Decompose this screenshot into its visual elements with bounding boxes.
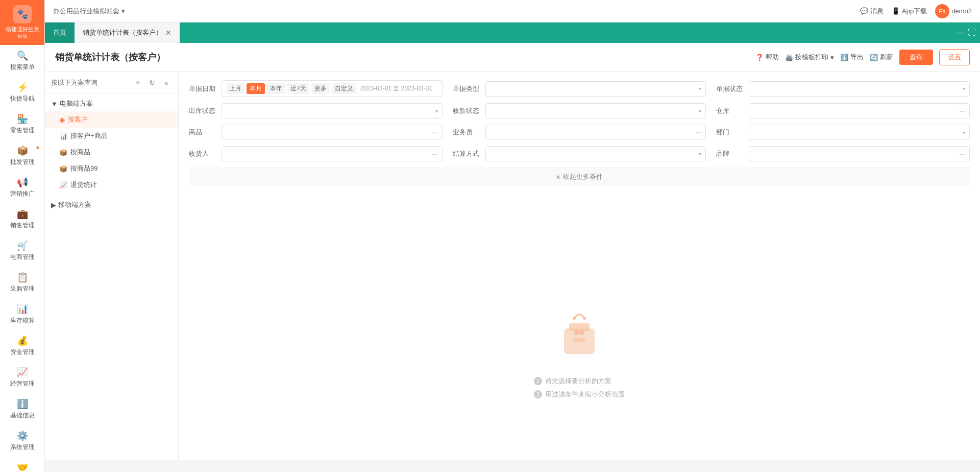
empty-tip-1: 1 请先选择要分析的方案 <box>534 374 625 388</box>
dept-label: 部门 <box>716 128 745 137</box>
app-download-btn[interactable]: 📱 App下载 <box>892 7 927 16</box>
sidebar: 🐾 畅捷通好生意 标版 🔍 搜索菜单 ⚡ 快捷导航 🏪 零售管理 📦 批发管理 … <box>0 0 45 472</box>
sidebar-item-purchase[interactable]: 📋 采购管理 <box>0 267 44 298</box>
scheme-add-btn[interactable]: ＋ <box>132 77 143 88</box>
user-info[interactable]: Ea demo2 <box>935 4 972 18</box>
tab-minimize-icon[interactable]: — <box>955 28 964 37</box>
print-arrow-icon: ▾ <box>830 54 834 61</box>
header-right: 💬 消息 📱 App下载 Ea demo2 <box>860 4 972 18</box>
sidebar-item-wholesale[interactable]: 📦 批发管理 ▲ <box>0 140 44 172</box>
scheme-item-by-customer[interactable]: ◉ 按客户 <box>45 111 178 128</box>
app-logo: 🐾 畅捷通好生意 标版 <box>0 0 45 45</box>
brand-dots: ··· <box>959 150 965 158</box>
scheme-item-by-goods-99[interactable]: 📦 按商品99 <box>45 160 178 177</box>
sidebar-search[interactable]: 🔍 搜索菜单 <box>0 45 44 77</box>
logo-icon: 🐾 <box>13 5 32 23</box>
order-status-label: 单据状态 <box>716 84 745 93</box>
home-tab-label: 首页 <box>53 28 66 37</box>
settle-control[interactable]: ▾ <box>485 146 706 161</box>
scheme-desktop-header[interactable]: ▼ 电脑端方案 <box>45 96 178 111</box>
wholesale-label: 批发管理 <box>10 158 35 167</box>
refresh-icon: 🔄 <box>870 54 878 61</box>
scheme-mobile-header[interactable]: ▶ 移动端方案 <box>45 197 178 213</box>
sidebar-item-corp[interactable]: 🤝 企业协同 <box>0 457 44 472</box>
tip-num-1: 1 <box>534 377 542 385</box>
by-goods-99-label: 按商品99 <box>70 164 97 173</box>
content-wrapper: 按以下方案查询 ＋ ↻ « ▼ 电脑端方案 <box>45 72 980 460</box>
filter-row-1: 单据日期 上月 本月 本年 近7天 更多 自定义 2023-03-01 至 20… <box>189 80 970 97</box>
finance-icon: 💰 <box>17 335 28 346</box>
order-status-control[interactable]: ▾ <box>749 81 970 97</box>
filter-dept-row: 部门 ▾ <box>716 125 970 140</box>
sidebar-item-finance[interactable]: 💰 资金管理 <box>0 330 44 362</box>
sidebar-item-ops[interactable]: 📈 经营管理 <box>0 362 44 393</box>
filter-date-row: 单据日期 上月 本月 本年 近7天 更多 自定义 2023-03-01 至 20… <box>189 80 443 97</box>
by-goods-icon: 📦 <box>59 149 67 156</box>
refresh-btn[interactable]: 🔄 刷新 <box>870 53 893 62</box>
tab-maximize-icon[interactable]: ⛶ <box>968 28 976 37</box>
sidebar-item-retail[interactable]: 🏪 零售管理 <box>0 108 44 140</box>
sales-stat-tab-label: 销货单统计计表（按客户） <box>83 28 162 37</box>
sidebar-item-ecom[interactable]: 🛒 电商管理 <box>0 235 44 267</box>
scheme-item-return-stat[interactable]: 📈 退货统计 <box>45 177 178 193</box>
dept-control[interactable]: ▾ <box>749 125 970 140</box>
settle-inner: ▾ <box>490 151 702 157</box>
scheme-item-by-goods[interactable]: 📦 按商品 <box>45 144 178 160</box>
collapse-btn[interactable]: ∧ 收起更多条件 <box>189 168 970 185</box>
date-more[interactable]: 更多 <box>311 83 330 94</box>
date-this-year[interactable]: 本年 <box>267 83 285 94</box>
svg-point-5 <box>573 317 576 320</box>
sidebar-item-inventory[interactable]: 📊 库存核算 <box>0 298 44 330</box>
receipt-status-control[interactable]: ▾ <box>485 103 706 119</box>
sidebar-nav[interactable]: ⚡ 快捷导航 <box>0 77 44 108</box>
out-status-control[interactable]: ▾ <box>222 103 443 119</box>
order-status-arrow-icon: ▾ <box>963 86 965 91</box>
scheme-collapse-btn[interactable]: « <box>161 77 172 88</box>
sidebar-item-system[interactable]: ⚙️ 系统管理 <box>0 425 44 457</box>
goods-control[interactable]: ··· <box>222 125 443 140</box>
tab-home[interactable]: 首页 <box>45 22 75 43</box>
tab-bar: 首页 销货单统计计表（按客户） ✕ — ⛶ <box>45 22 980 43</box>
date-filter-control[interactable]: 上月 本月 本年 近7天 更多 自定义 2023-03-01 至 2023-03… <box>222 80 443 97</box>
desktop-group-label: 电脑端方案 <box>60 99 93 108</box>
export-btn[interactable]: ⬇️ 导出 <box>840 53 864 62</box>
tip-text-2: 用过滤条件来缩小分析范围 <box>545 388 625 401</box>
sales-label: 销售管理 <box>10 221 35 230</box>
query-btn[interactable]: 查询 <box>899 50 933 65</box>
by-goods-99-icon: 📦 <box>59 165 67 173</box>
warehouse-control[interactable]: ··· <box>749 103 970 119</box>
date-this-month[interactable]: 本月 <box>247 83 265 94</box>
mobile-arrow-icon: ▶ <box>51 201 56 209</box>
user-name: demo2 <box>951 7 972 15</box>
sidebar-item-sales[interactable]: 💼 销售管理 <box>0 203 44 235</box>
message-label: 消息 <box>870 7 884 16</box>
date-last-month[interactable]: 上月 <box>226 83 244 94</box>
help-btn[interactable]: ❓ 帮助 <box>755 53 779 62</box>
app-download-label: App下载 <box>902 7 927 16</box>
staff-control[interactable]: ··· <box>485 125 706 140</box>
account-name: 办公用品行业模拟账套 <box>53 7 119 16</box>
print-btn[interactable]: 🖨️ 按模板打印 ▾ <box>785 53 834 62</box>
main-area: 办公用品行业模拟账套 ▾ 💬 消息 📱 App下载 Ea demo2 首页 <box>45 0 980 472</box>
sidebar-item-marketing[interactable]: 📢 营销推广 <box>0 172 44 203</box>
account-dropdown[interactable]: 办公用品行业模拟账套 ▾ <box>53 7 125 16</box>
ops-label: 经营管理 <box>10 380 35 388</box>
tab-sales-stat[interactable]: 销货单统计计表（按客户） ✕ <box>75 22 180 43</box>
order-type-control[interactable]: ▾ <box>485 81 706 97</box>
sidebar-item-basic[interactable]: ℹ️ 基础信息 <box>0 393 44 425</box>
brand-control[interactable]: ··· <box>749 146 970 161</box>
date-7days[interactable]: 近7天 <box>287 83 309 94</box>
settings-btn[interactable]: 设置 <box>939 49 970 65</box>
date-custom[interactable]: 自定义 <box>332 83 356 94</box>
top-header: 办公用品行业模拟账套 ▾ 💬 消息 📱 App下载 Ea demo2 <box>45 0 980 22</box>
goods-inner: ··· <box>226 128 438 136</box>
scheme-refresh-btn[interactable]: ↻ <box>146 77 158 88</box>
message-btn[interactable]: 💬 消息 <box>860 7 884 16</box>
receipt-status-inner: ▾ <box>490 108 702 114</box>
purchase-icon: 📋 <box>17 272 28 283</box>
tab-close-icon[interactable]: ✕ <box>165 29 172 36</box>
receiver-control[interactable]: ··· <box>222 146 443 161</box>
staff-inner: ··· <box>490 128 702 136</box>
scheme-item-by-customer-goods[interactable]: 📊 按客户+商品 <box>45 128 178 144</box>
order-type-inner: ▾ <box>490 86 702 91</box>
